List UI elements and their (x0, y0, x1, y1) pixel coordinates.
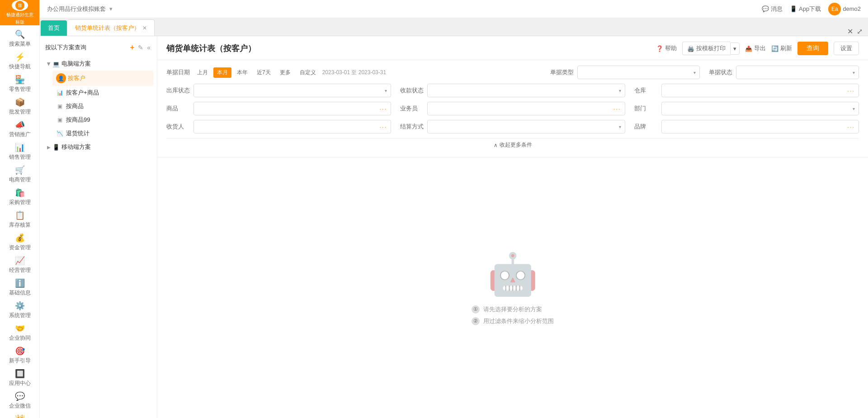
sidebar-item-coop[interactable]: 🤝 企业协同 (0, 321, 39, 344)
brand-dots-icon: ··· (847, 124, 855, 130)
app-download-button[interactable]: 📱 App下载 (790, 5, 821, 13)
vip-icon: 👑 (15, 414, 25, 418)
date-tab-last-month[interactable]: 上月 (193, 67, 212, 78)
sidebar-item-purchase[interactable]: 🛍️ 采购管理 (0, 185, 39, 208)
empty-state: 🤖 ① 请先选择要分析的方案 ② 用过滤条件来缩小分析范围 (157, 157, 868, 418)
message-icon: 💬 (762, 5, 769, 12)
sidebar-item-system[interactable]: ⚙️ 系统管理 (0, 299, 39, 321)
print-button[interactable]: 🖨️ 按模板打印 ▾ (682, 42, 740, 55)
sidebar-item-retail[interactable]: 🏪 零售管理 (0, 72, 39, 95)
date-range-text: 2023-03-01 至 2023-03-31 (322, 69, 386, 76)
page-header: 销货单统计表（按客户） ❓ 帮助 🖨️ 按模板打印 ▾ 📤 (157, 36, 868, 60)
settings-button[interactable]: 设置 (834, 42, 859, 55)
page-header-actions: ❓ 帮助 🖨️ 按模板打印 ▾ 📤 导出 (656, 42, 859, 60)
sidebar-item-finance[interactable]: 💰 资金管理 (0, 231, 39, 253)
date-label: 单据日期 (166, 68, 193, 76)
tab-sales-stat[interactable]: 销货单统计表（按客户） ✕ (68, 19, 155, 36)
receipt-status-control[interactable]: ▾ (427, 84, 625, 97)
sidebar-item-basic[interactable]: ℹ️ 基础信息 (0, 276, 39, 299)
sidebar-item-search[interactable]: 🔍 搜索菜单 (0, 27, 39, 50)
sidebar-item-wechat[interactable]: 💬 企业微信 (0, 389, 39, 412)
order-type-control[interactable]: ▾ (577, 66, 700, 79)
tree-leaf-return-stat[interactable]: 📉 退货统计 (52, 127, 153, 140)
settlement-control[interactable]: ▾ (427, 120, 625, 133)
breadcrumb-arrow-icon[interactable]: ▾ (109, 5, 113, 12)
tree-desktop-header[interactable]: ▶ 💻 电脑端方案 (43, 57, 153, 71)
content-area: 按以下方案查询 + ✎ « ▶ 💻 电脑端方案 👤 (40, 36, 868, 418)
right-panel: 销货单统计表（按客户） ❓ 帮助 🖨️ 按模板打印 ▾ 📤 (157, 36, 868, 418)
tree-mobile-expand-icon: ▶ (47, 145, 51, 150)
goods-control[interactable]: ··· (193, 102, 391, 115)
by-goods-label: 按商品 (66, 102, 84, 110)
sidebar-item-operation[interactable]: 📈 经营管理 (0, 253, 39, 276)
sidebar-item-vip[interactable]: 👑 畅会员 (0, 412, 39, 418)
order-type-label: 单据类型 (550, 68, 577, 76)
print-main-button[interactable]: 🖨️ 按模板打印 (682, 42, 730, 55)
sidebar-item-app-center[interactable]: 🔲 应用中心 (0, 366, 39, 389)
message-button[interactable]: 💬 消息 (762, 5, 783, 13)
export-button[interactable]: 📤 导出 (745, 44, 766, 52)
tree-mobile-header[interactable]: ▶ 📱 移动端方案 (43, 140, 153, 154)
out-status-control[interactable]: ▾ (193, 84, 391, 97)
edit-scheme-button[interactable]: ✎ (137, 43, 144, 52)
basic-icon: ℹ️ (15, 278, 25, 288)
add-scheme-button[interactable]: + (129, 43, 135, 52)
sidebar-item-marketing[interactable]: 📣 营销推广 (0, 118, 39, 140)
search-button[interactable]: 查询 (797, 42, 828, 55)
date-tab-more[interactable]: 更多 (276, 67, 294, 78)
sidebar-item-sales[interactable]: 📊 销售管理 (0, 140, 39, 163)
date-tab-this-year[interactable]: 本年 (233, 67, 251, 78)
salesperson-control[interactable]: ··· (427, 102, 625, 115)
tab-maximize-icon[interactable]: ⤢ (857, 27, 863, 36)
sidebar-item-search-label: 搜索菜单 (9, 40, 31, 48)
sidebar-item-quick-nav[interactable]: ⚡ 快捷导航 (0, 50, 39, 72)
tree-leaf-by-goods99[interactable]: ▣ 按商品99 (52, 113, 153, 127)
salesperson-dots-icon: ··· (613, 105, 621, 112)
by-cust-goods-label: 按客户+商品 (66, 89, 99, 97)
tab-minimize-icon[interactable]: ✕ (847, 27, 853, 36)
tree-expand-icon: ▶ (47, 62, 52, 66)
tab-close-icon[interactable]: ✕ (142, 25, 147, 31)
sidebar-item-ecom[interactable]: 🛒 电商管理 (0, 163, 39, 185)
help-icon: ❓ (656, 45, 663, 52)
sidebar-nav: 🔍 搜索菜单 ⚡ 快捷导航 🏪 零售管理 📦 批发管理 📣 营销推广 📊 销售管… (0, 25, 39, 418)
by-customer-label: 按客户 (68, 74, 85, 82)
order-status-label: 单据状态 (709, 68, 736, 76)
collapse-filter-button[interactable]: ∧ 收起更多条件 (166, 138, 859, 152)
date-tab-custom[interactable]: 自定义 (296, 67, 320, 78)
dept-control[interactable]: ▾ (661, 102, 859, 115)
tree-leaf-by-cust-goods[interactable]: 📊 按客户+商品 (52, 86, 153, 100)
refresh-button[interactable]: 🔄 刷新 (771, 44, 792, 52)
brand-control[interactable]: ··· (661, 120, 859, 133)
date-tab-this-month[interactable]: 本月 (213, 67, 231, 78)
collapse-panel-button[interactable]: « (146, 43, 151, 52)
help-button[interactable]: ❓ 帮助 (656, 44, 677, 52)
tree-leaf-by-customer[interactable]: 👤 按客户 (52, 71, 153, 86)
app-logo[interactable]: 畅捷通好生意 标版 (0, 0, 40, 25)
mobile-icon: 📱 (52, 144, 60, 151)
sidebar-item-sales-label: 销售管理 (9, 153, 31, 161)
brand-label: 品牌 (634, 123, 661, 131)
sidebar-item-wholesale[interactable]: 📦 批发管理 (0, 95, 39, 118)
receiver-control[interactable]: ··· (193, 120, 391, 133)
out-status-label: 出库状态 (166, 86, 193, 95)
newbie-icon: 🎯 (15, 346, 25, 356)
sidebar-item-inventory[interactable]: 📋 库存核算 (0, 208, 39, 231)
order-status-arrow-icon: ▾ (853, 70, 855, 75)
user-profile-button[interactable]: Ea demo2 (828, 3, 861, 15)
tab-home[interactable]: 首页 (41, 20, 67, 36)
dept-arrow-icon: ▾ (853, 106, 855, 111)
date-tab-7days[interactable]: 近7天 (253, 67, 274, 78)
sidebar-item-newbie[interactable]: 🎯 新手引导 (0, 344, 39, 366)
header-left: 办公用品行业模拟账套 ▾ (47, 5, 113, 13)
return-stat-label: 退货统计 (66, 129, 90, 138)
system-icon: ⚙️ (15, 301, 25, 311)
empty-hints: ① 请先选择要分析的方案 ② 用过滤条件来缩小分析范围 (472, 305, 554, 325)
app-download-label: App下载 (799, 5, 821, 13)
sidebar-item-marketing-label: 营销推广 (9, 131, 31, 138)
filter-warehouse-item: 仓库 ··· (634, 84, 859, 97)
warehouse-control[interactable]: ··· (661, 84, 859, 97)
order-status-control[interactable]: ▾ (736, 66, 859, 79)
tree-leaf-by-goods[interactable]: ▣ 按商品 (52, 100, 153, 113)
print-arrow-button[interactable]: ▾ (730, 43, 740, 55)
